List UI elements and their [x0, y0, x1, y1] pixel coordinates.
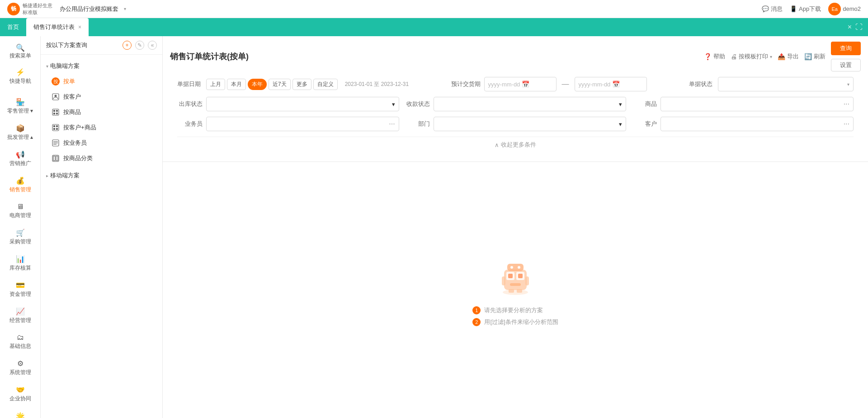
sidebar-item-system[interactable]: ⚙ 系统管理 — [0, 355, 40, 381]
svg-point-31 — [510, 266, 513, 269]
sidebar-item-retail[interactable]: 🏪 零售管理 ▾ — [0, 93, 40, 119]
add-scheme-button[interactable]: + — [123, 41, 132, 50]
settings-button[interactable]: 设置 — [831, 59, 861, 71]
scheme-group-mobile-header[interactable]: ▸ 移动端方案 — [41, 168, 162, 183]
by-customer-icon — [52, 93, 60, 101]
search-menu-button[interactable]: 🔍 搜索菜单 — [0, 40, 40, 63]
scheme-item-by-staff[interactable]: 按业务员 — [41, 135, 162, 151]
last-month-btn[interactable]: 上月 — [206, 79, 225, 90]
sidebar-item-sales[interactable]: 💰 销售管理 — [0, 172, 40, 198]
expected-date-start[interactable]: yyyy-mm-dd 📅 — [484, 77, 557, 91]
window-maximize[interactable]: ⛶ — [855, 23, 863, 31]
svg-rect-3 — [53, 110, 55, 112]
refresh-icon: 🔄 — [804, 53, 812, 60]
sidebar-item-inventory[interactable]: 📊 库存核算 — [0, 250, 40, 276]
tab-home-label: 首页 — [7, 23, 19, 31]
pc-group-label: 电脑端方案 — [50, 62, 80, 70]
export-icon: 📤 — [778, 53, 785, 60]
user-menu[interactable]: Ea demo2 — [828, 3, 861, 15]
svg-rect-17 — [53, 156, 55, 161]
dept-select[interactable]: ▾ — [434, 117, 627, 131]
refresh-button[interactable]: 🔄 刷新 — [804, 52, 826, 61]
date-buttons: 上月 本月 本年 近7天 更多 自定义 — [206, 79, 338, 90]
finance-icon: 💳 — [16, 281, 25, 290]
export-button[interactable]: 📤 导出 — [778, 52, 799, 61]
sidebar-item-finance[interactable]: 💳 资金管理 — [0, 276, 40, 303]
sidebar-item-marketing[interactable]: 📢 营销推广 — [0, 146, 40, 172]
help-button[interactable]: ❓ 帮助 — [704, 52, 725, 61]
svg-rect-23 — [508, 274, 513, 278]
left-panel-title: 按以下方案查询 — [46, 41, 87, 49]
mobile-group-label: 移动端方案 — [50, 171, 80, 180]
inventory-label: 库存核算 — [9, 264, 31, 272]
status-select[interactable]: ▾ — [718, 77, 854, 91]
date-filter-label: 单据日期 — [177, 80, 203, 88]
svg-rect-24 — [518, 274, 523, 278]
operation-label: 经营管理 — [9, 317, 31, 324]
print-button[interactable]: 🖨 按模板打印 ▾ — [731, 52, 772, 61]
by-cust-goods-label: 按客户+商品 — [63, 124, 96, 132]
left-panel: 按以下方案查询 + ✎ « ▾ 电脑端方案 — [41, 36, 163, 418]
tab-close-icon[interactable]: × — [78, 24, 81, 30]
top-bar-left: 畅 畅捷通好生意 标准版 办公用品行业模拟账套 ▾ — [7, 2, 126, 15]
sidebar-item-ecom[interactable]: 🖥 电商管理 — [0, 198, 40, 224]
collapse-conditions-button[interactable]: ∧ 收起更多条件 — [177, 137, 854, 152]
logo-area: 畅 畅捷通好生意 标准版 — [7, 2, 52, 15]
scheme-item-by-goods[interactable]: 按商品 — [41, 104, 162, 120]
scheme-item-by-category[interactable]: 按商品分类 — [41, 151, 162, 166]
scheme-item-by-cust-goods[interactable]: 按客户+商品 — [41, 120, 162, 135]
window-minimize[interactable]: × — [848, 23, 852, 31]
tab-sales-order[interactable]: 销售订单统计表 × — [26, 18, 89, 36]
scheme-group-mobile: ▸ 移动端方案 — [41, 168, 162, 183]
edit-scheme-button[interactable]: ✎ — [135, 41, 144, 50]
message-button[interactable]: 💬 消息 — [762, 5, 783, 13]
app-title-dropdown[interactable]: ▾ — [124, 6, 126, 11]
empty-tip-2: 2 用[过滤]条件来缩小分析范围 — [472, 318, 558, 326]
this-year-btn[interactable]: 本年 — [248, 79, 267, 90]
tab-home[interactable]: 首页 — [0, 18, 26, 36]
this-month-btn[interactable]: 本月 — [227, 79, 246, 90]
scheme-item-by-order[interactable]: 按 按单 — [41, 74, 162, 89]
query-button[interactable]: 查询 — [831, 42, 861, 55]
scheme-group-pc-header[interactable]: ▾ 电脑端方案 — [41, 58, 162, 74]
operation-icon: 📈 — [16, 307, 25, 316]
staff-input[interactable]: ··· — [206, 117, 399, 131]
collapse-panel-button[interactable]: « — [148, 41, 157, 50]
svg-rect-18 — [56, 156, 58, 161]
window-controls: × ⛶ — [848, 23, 868, 31]
sidebar-item-new[interactable]: 🌟 新手引导 — [0, 407, 40, 418]
print-arrow: ▾ — [770, 54, 772, 59]
sidebar-item-wholesale[interactable]: 📦 批发管理 ▴ — [0, 119, 40, 146]
filter-area: 单据日期 上月 本月 本年 近7天 更多 自定义 2023-01-01 至 20… — [170, 77, 861, 158]
customer-label: 客户 — [632, 120, 657, 128]
svg-rect-30 — [507, 264, 524, 271]
ecom-label: 电商管理 — [9, 212, 31, 219]
calendar-icon-2: 📅 — [612, 81, 620, 88]
more-date-btn[interactable]: 更多 — [292, 79, 311, 90]
sidebar-item-nav[interactable]: ⚡ 快捷导航 — [0, 63, 40, 90]
main-layout: 🔍 搜索菜单 ⚡ 快捷导航 🏪 零售管理 ▾ 📦 批发管理 ▴ 📢 营销推广 💰… — [0, 36, 868, 418]
scheme-item-by-customer[interactable]: 按客户 — [41, 89, 162, 104]
message-icon: 💬 — [762, 5, 769, 12]
sidebar: 🔍 搜索菜单 ⚡ 快捷导航 🏪 零售管理 ▾ 📦 批发管理 ▴ 📢 营销推广 💰… — [0, 36, 41, 418]
goods-input[interactable]: ··· — [660, 97, 854, 111]
sidebar-item-corp[interactable]: 🤝 企业协同 — [0, 381, 40, 407]
by-customer-label: 按客户 — [63, 93, 81, 101]
search-menu-label: 搜索菜单 — [9, 52, 31, 60]
last7-btn[interactable]: 近7天 — [269, 79, 291, 90]
date-range-display: 2023-01-01 至 2023-12-31 — [345, 81, 409, 88]
avatar: Ea — [828, 3, 841, 15]
marketing-label: 营销推广 — [9, 160, 31, 167]
custom-date-btn[interactable]: 自定义 — [313, 79, 338, 90]
out-status-select[interactable]: ▾ — [206, 97, 399, 111]
retail-label: 零售管理 ▾ — [7, 107, 33, 115]
customer-input[interactable]: ··· — [660, 117, 854, 131]
sidebar-item-operation[interactable]: 📈 经营管理 — [0, 303, 40, 329]
sidebar-item-purchase[interactable]: 🛒 采购管理 — [0, 224, 40, 250]
collapse-label: 收起更多条件 — [501, 141, 536, 149]
pc-group-arrow: ▾ — [46, 64, 48, 69]
collect-status-select[interactable]: ▾ — [434, 97, 627, 111]
download-button[interactable]: 📱 App下载 — [790, 5, 821, 13]
sidebar-item-basic[interactable]: 🗂 基础信息 — [0, 329, 40, 355]
expected-date-end[interactable]: yyyy-mm-dd 📅 — [575, 77, 647, 91]
